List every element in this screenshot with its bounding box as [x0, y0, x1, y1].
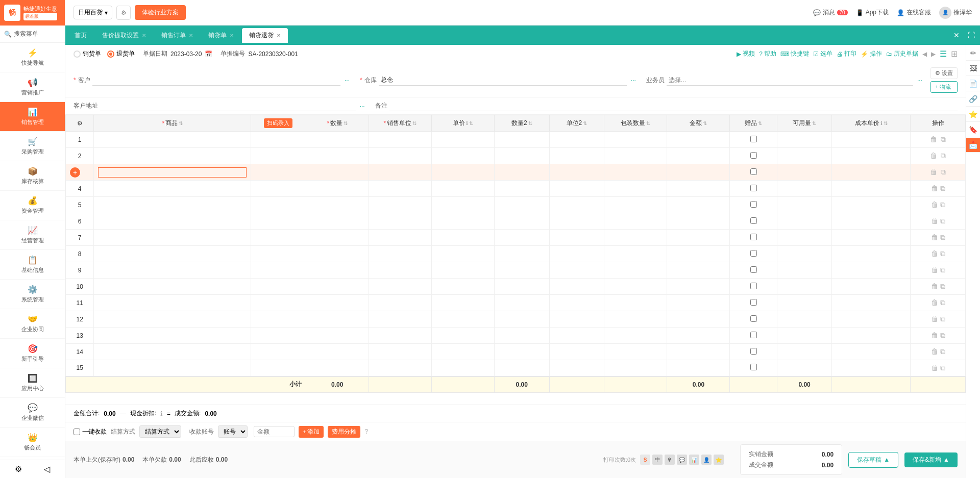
user-item[interactable]: 👤 徐泽华	[939, 7, 972, 19]
panel-icon-bookmark[interactable]: 🔖	[966, 122, 980, 137]
warehouse-more-btn[interactable]: ···	[631, 77, 636, 84]
th-unit-sort[interactable]: ⇅	[412, 120, 416, 126]
message-item[interactable]: 💬 消息 70	[813, 8, 848, 17]
gift-checkbox[interactable]	[750, 266, 757, 273]
sidebar-item-shortcut[interactable]: ⚡ 快捷导航	[0, 43, 65, 72]
sidebar-item-member[interactable]: 👑 畅会员	[0, 427, 65, 457]
row-goods[interactable]	[94, 132, 251, 148]
tab-close-icon[interactable]: ✕	[142, 33, 146, 38]
customer-input[interactable]	[92, 75, 340, 86]
row-amount[interactable]	[667, 164, 730, 181]
method-select[interactable]: 结算方式	[139, 425, 181, 438]
delete-icon[interactable]: 🗑	[931, 184, 938, 192]
tab-close-icon[interactable]: ✕	[230, 33, 234, 38]
online-service-item[interactable]: 👤 在线客服	[897, 8, 931, 17]
panel-icon-mail[interactable]: 📩	[966, 138, 980, 153]
gift-checkbox[interactable]	[750, 168, 757, 175]
sidebar-item-finance[interactable]: 💰 资金管理	[0, 191, 65, 220]
delete-icon[interactable]: 🗑	[931, 249, 938, 258]
tab-sale-price[interactable]: 售价提取设置 ✕	[95, 28, 153, 43]
row-unit[interactable]	[369, 148, 431, 164]
delete-icon[interactable]: 🗑	[931, 233, 938, 241]
delete-icon[interactable]: 🗑	[931, 217, 938, 225]
delete-icon[interactable]: 🗑	[931, 266, 938, 274]
gift-checkbox[interactable]	[750, 152, 757, 159]
row-unit2[interactable]	[549, 148, 604, 164]
row-gift[interactable]	[730, 132, 777, 148]
copy-icon[interactable]: ⧉	[940, 331, 945, 339]
radio-return[interactable]: 退货单	[107, 49, 135, 58]
th-scan[interactable]: 扫码录入	[251, 115, 306, 132]
expand-tab-button[interactable]: ⛶	[965, 30, 978, 40]
copy-icon[interactable]: ⧉	[940, 282, 945, 290]
save-new-button[interactable]: 保存&新增 ▲	[904, 452, 958, 467]
gift-checkbox[interactable]	[750, 234, 757, 240]
customer-more-btn[interactable]: ···	[345, 77, 350, 84]
radio-sale[interactable]: 销货单	[74, 49, 101, 58]
sidebar-search[interactable]: 🔍 搜索菜单	[0, 26, 65, 43]
delete-icon[interactable]: 🗑	[930, 135, 937, 143]
row-qty2[interactable]	[494, 132, 549, 148]
delete-icon[interactable]: 🗑	[931, 282, 938, 290]
th-price-info[interactable]: ℹ	[466, 120, 468, 126]
th-cost-price-sort[interactable]: ⇅	[884, 120, 888, 126]
row-goods[interactable]	[94, 148, 251, 164]
tab-close-icon[interactable]: ✕	[277, 33, 281, 38]
app-download-item[interactable]: 📱 App下载	[856, 8, 889, 17]
delete-icon[interactable]: 🗑	[931, 298, 938, 307]
row-unit[interactable]	[369, 164, 431, 181]
gift-checkbox[interactable]	[750, 283, 757, 289]
gift-checkbox[interactable]	[750, 185, 757, 191]
row-cost-price[interactable]	[832, 148, 911, 164]
tab-sale-order[interactable]: 销售订单 ✕	[154, 28, 200, 43]
th-settings[interactable]: ⚙	[66, 115, 94, 132]
row-available[interactable]	[777, 148, 832, 164]
icon-s[interactable]: S	[640, 455, 650, 465]
row-cost-price[interactable]	[832, 132, 911, 148]
sidebar-settings-icon[interactable]: ⚙	[15, 464, 22, 474]
panel-icon-link[interactable]: 🔗	[966, 92, 980, 107]
tab-sale-delivery[interactable]: 销货单 ✕	[201, 28, 241, 43]
account-select[interactable]: 账号	[218, 425, 248, 438]
discount-info-icon[interactable]: ℹ	[160, 410, 163, 417]
row-qty[interactable]	[306, 164, 369, 181]
demo-button[interactable]: 体验行业方案	[135, 5, 186, 20]
copy-icon[interactable]: ⧉	[940, 347, 945, 356]
address-more-btn[interactable]: ···	[360, 103, 365, 110]
row-qty[interactable]	[306, 148, 369, 164]
copy-icon[interactable]: ⧉	[940, 217, 945, 225]
add-payment-button[interactable]: + 添加	[299, 426, 324, 438]
warehouse-input[interactable]	[379, 75, 627, 86]
copy-icon[interactable]: ⧉	[940, 200, 945, 209]
save-draft-button[interactable]: 保存草稿 ▲	[848, 452, 898, 468]
tab-close-icon[interactable]: ✕	[189, 33, 193, 38]
row-qty[interactable]	[306, 132, 369, 148]
th-gift-sort[interactable]: ⇅	[758, 120, 762, 126]
row-cost-price[interactable]	[832, 164, 911, 181]
operate-btn[interactable]: ⚡ 操作	[861, 49, 882, 58]
close-tab-button[interactable]: ✕	[950, 30, 963, 40]
row-unit2[interactable]	[549, 132, 604, 148]
gift-checkbox[interactable]	[750, 364, 757, 370]
delete-icon[interactable]: 🗑	[930, 152, 937, 160]
th-cost-price-info[interactable]: ℹ	[880, 120, 883, 126]
th-unit2-sort[interactable]: ⇅	[583, 120, 587, 126]
copy-icon[interactable]: ⧉	[940, 184, 945, 192]
grid-view-icon[interactable]: ⊞	[951, 49, 958, 59]
one-key-payment-checkbox[interactable]: 一键收款	[74, 427, 107, 436]
calendar-icon[interactable]: 📅	[205, 51, 212, 58]
th-qty-sort[interactable]: ⇅	[344, 120, 348, 126]
copy-icon[interactable]: ⧉	[940, 315, 945, 323]
gift-checkbox[interactable]	[750, 332, 757, 338]
industry-selector[interactable]: 日用百货 ▾	[74, 6, 112, 19]
payment-amount-input[interactable]	[254, 426, 295, 437]
gift-checkbox[interactable]	[750, 348, 757, 355]
sidebar-item-basic[interactable]: 📋 基础信息	[0, 250, 65, 280]
icon-zh[interactable]: 中	[652, 455, 663, 465]
row-available[interactable]	[777, 164, 832, 181]
copy-icon[interactable]: ⧉	[941, 152, 946, 160]
row-pkg-qty[interactable]	[604, 132, 667, 148]
row-gift[interactable]	[730, 164, 777, 181]
next-record-icon[interactable]: ▶	[931, 51, 936, 58]
copy-icon[interactable]: ⧉	[941, 135, 946, 143]
